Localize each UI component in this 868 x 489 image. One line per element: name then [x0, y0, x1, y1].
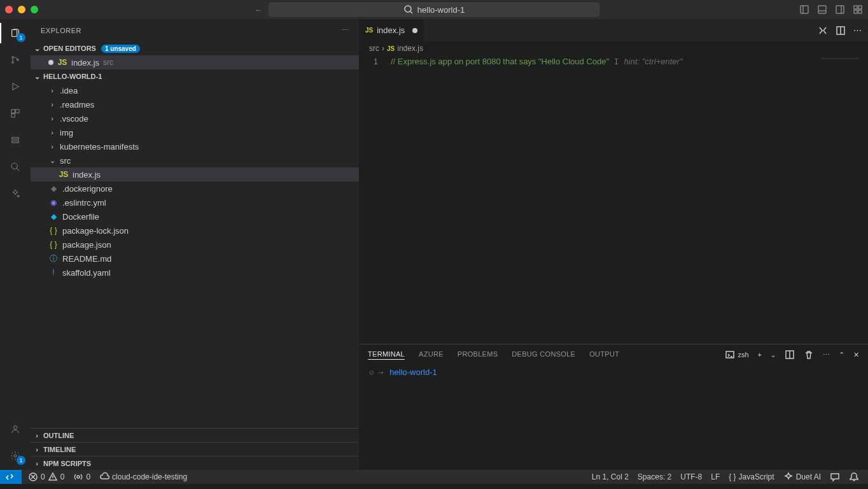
activity-bar: 1 1	[0, 19, 31, 470]
js-file-icon: JS	[57, 57, 67, 67]
explorer-activity-icon[interactable]: 1	[8, 25, 23, 41]
maximize-panel-icon[interactable]: ⌃	[839, 351, 844, 359]
panel-tab-debug-console[interactable]: DEBUG CONSOLE	[512, 350, 575, 359]
file-skaffold[interactable]: !skaffold.yaml	[31, 266, 359, 280]
terminal-body[interactable]: ○ → hello-world-1	[359, 365, 868, 470]
customize-layout-icon[interactable]	[853, 4, 863, 15]
section-label: NPM SCRIPTS	[43, 460, 91, 467]
search-activity-icon[interactable]	[8, 159, 23, 174]
timeline-section[interactable]: ›TIMELINE	[31, 442, 359, 456]
file-index-js[interactable]: JSindex.js	[31, 167, 359, 181]
run-debug-activity-icon[interactable]	[8, 79, 23, 94]
panel-tab-problems[interactable]: PROBLEMS	[458, 350, 498, 359]
status-ln-col[interactable]: Ln 1, Col 2	[592, 472, 629, 481]
new-terminal-button[interactable]: +	[758, 351, 762, 358]
folder-idea[interactable]: ›.idea	[31, 83, 359, 97]
status-language[interactable]: { } JavaScript	[729, 472, 774, 481]
open-editors-section[interactable]: ⌄ OPEN EDITORS 1 unsaved	[31, 41, 359, 55]
panel-more-icon[interactable]: ⋯	[823, 351, 830, 359]
tab-index-js[interactable]: JS index.js	[359, 19, 424, 41]
kill-terminal-icon[interactable]	[804, 350, 814, 360]
editor-content[interactable]: 1 // Express.js app on port 8080 that sa…	[359, 55, 868, 344]
status-indent[interactable]: Spaces: 2	[638, 472, 671, 481]
file-eslintrc[interactable]: ◉.eslintrc.yml	[31, 195, 359, 209]
minimize-window-button[interactable]	[18, 6, 25, 13]
status-notifications[interactable]	[849, 472, 859, 482]
status-ports[interactable]: 0	[73, 472, 90, 482]
extensions-activity-icon[interactable]	[8, 106, 23, 121]
toggle-secondary-sidebar-icon[interactable]	[835, 4, 845, 15]
file-package-lock[interactable]: { }package-lock.json	[31, 223, 359, 237]
folder-label: .idea	[60, 86, 78, 96]
svg-point-0	[405, 6, 411, 12]
status-duet-ai[interactable]: Duet AI	[783, 472, 821, 482]
file-dockerignore[interactable]: ◆.dockerignore	[31, 181, 359, 195]
status-encoding[interactable]: UTF-8	[680, 472, 702, 481]
remote-button[interactable]	[0, 470, 22, 484]
status-cloud-project[interactable]: cloud-code-ide-testing	[99, 472, 187, 482]
code-line-1[interactable]: // Express.js app on port 8080 that says…	[391, 55, 683, 344]
maximize-window-button[interactable]	[31, 6, 38, 13]
info-icon: ⓘ	[48, 253, 59, 264]
split-editor-icon[interactable]	[836, 25, 846, 36]
editor-more-icon[interactable]: ⋯	[853, 25, 862, 35]
toggle-panel-icon[interactable]	[817, 4, 827, 15]
chevron-right-icon: ›	[48, 115, 56, 122]
file-label: Dockerfile	[62, 212, 99, 222]
breadcrumb-file[interactable]: index.js	[397, 44, 423, 53]
panel-tab-output[interactable]: OUTPUT	[589, 350, 619, 359]
minimap[interactable]	[817, 55, 868, 344]
folder-src[interactable]: ⌄src	[31, 153, 359, 167]
status-feedback[interactable]	[830, 472, 840, 482]
folder-vscode[interactable]: ›.vscode	[31, 111, 359, 125]
outline-section[interactable]: ›OUTLINE	[31, 428, 359, 442]
explorer-sidebar: EXPLORER ⋯ ⌄ OPEN EDITORS 1 unsaved JS i…	[31, 19, 359, 470]
npm-scripts-section[interactable]: ›NPM SCRIPTS	[31, 456, 359, 470]
status-eol[interactable]: LF	[711, 472, 720, 481]
terminal-icon	[725, 350, 735, 360]
folder-label: img	[60, 128, 73, 138]
folder-readmes[interactable]: ›.readmes	[31, 97, 359, 111]
split-terminal-icon[interactable]	[785, 350, 795, 360]
close-window-button[interactable]	[5, 6, 13, 13]
toggle-primary-sidebar-icon[interactable]	[799, 4, 809, 15]
folder-label: .vscode	[60, 114, 88, 124]
file-package-json[interactable]: { }package.json	[31, 237, 359, 252]
file-readme[interactable]: ⓘREADME.md	[31, 252, 359, 266]
js-file-icon: JS	[365, 27, 373, 34]
chevron-down-icon: ⌄	[33, 45, 41, 53]
breadcrumb-folder[interactable]: src	[369, 44, 379, 53]
open-editor-item[interactable]: JS index.js src	[31, 55, 359, 69]
settings-activity-icon[interactable]: 1	[8, 448, 23, 464]
file-dockerfile[interactable]: ◆Dockerfile	[31, 209, 359, 223]
project-section[interactable]: ⌄ HELLO-WORLD-1	[31, 69, 359, 83]
sidebar-more-icon[interactable]: ⋯	[342, 26, 349, 34]
cloud-code-activity-icon[interactable]	[8, 132, 23, 148]
editor-actions: ⋯	[811, 19, 868, 41]
nav-back-button[interactable]: ←	[255, 5, 263, 15]
open-editor-filename: index.js	[71, 58, 99, 67]
terminal-profile[interactable]: zsh	[725, 350, 748, 360]
command-center-search[interactable]: hello-world-1	[269, 3, 599, 17]
search-label: hello-world-1	[417, 5, 465, 15]
panel-actions: zsh + ⌄ ⋯ ⌃ ✕	[725, 350, 859, 360]
folder-kubernetes-manifests[interactable]: ›kubernetes-manifests	[31, 139, 359, 153]
file-tree: ›.idea ›.readmes ›.vscode ›img ›kubernet…	[31, 83, 359, 280]
source-control-activity-icon[interactable]	[8, 52, 23, 67]
breadcrumb[interactable]: src › JS index.js	[359, 41, 868, 55]
titlebar: ← → hello-world-1	[0, 0, 868, 19]
accounts-activity-icon[interactable]	[8, 422, 23, 437]
panel-tab-azure[interactable]: AZURE	[419, 350, 444, 359]
file-label: skaffold.yaml	[62, 268, 111, 278]
terminal-dropdown-icon[interactable]: ⌄	[771, 351, 776, 358]
svg-rect-13	[11, 114, 15, 117]
panel-tab-terminal[interactable]: TERMINAL	[368, 350, 405, 360]
status-bar: 0 0 0 cloud-code-ide-testing Ln 1, Col 2…	[0, 470, 868, 484]
panel-tabs: TERMINAL AZURE PROBLEMS DEBUG CONSOLE OU…	[359, 344, 868, 365]
folder-img[interactable]: ›img	[31, 125, 359, 139]
compare-icon[interactable]	[818, 25, 828, 36]
status-problems[interactable]: 0 0	[28, 472, 64, 482]
text-cursor-icon: 𝙸	[609, 57, 619, 66]
duet-activity-icon[interactable]	[8, 186, 23, 201]
close-panel-icon[interactable]: ✕	[853, 351, 859, 359]
